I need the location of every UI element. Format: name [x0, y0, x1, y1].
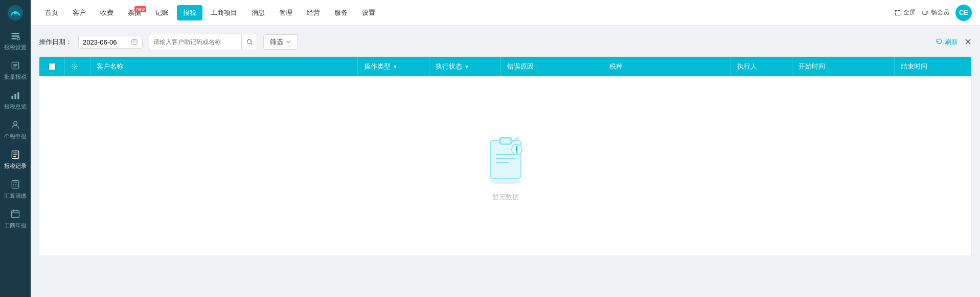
nav-invoice[interactable]: 票据 new [122, 5, 147, 20]
nav-billing[interactable]: 收费 [94, 5, 120, 20]
svg-rect-2 [12, 33, 19, 34]
sidebar-item-label: 报税总览 [4, 103, 27, 111]
svg-rect-8 [14, 94, 16, 99]
sidebar-item-tax-settings[interactable]: 报税设置 [0, 26, 31, 55]
toolbar: 操作日期： 筛选 刷新 ✕ [39, 34, 972, 50]
sidebar-item-label: 批量报税 [4, 73, 27, 81]
table-header: 客户名称 操作类型 ▼ 执行状态 ▼ 错误原因 税种 执行人 开始时间 结束时间 [39, 57, 971, 76]
svg-point-14 [15, 184, 16, 185]
nav-customer[interactable]: 客户 [66, 5, 92, 20]
user-avatar[interactable]: CE [955, 5, 972, 21]
summary-icon [9, 89, 21, 101]
sort-icon: ▼ [393, 64, 398, 70]
topnav-right-area: 全屏 畅会员 CE [894, 5, 972, 21]
th-gear[interactable] [65, 57, 90, 76]
th-end-time: 结束时间 [895, 57, 971, 76]
fullscreen-button[interactable]: 全屏 [894, 8, 916, 17]
th-start-time: 开始时间 [792, 57, 895, 76]
svg-point-18 [17, 186, 18, 187]
svg-rect-19 [12, 210, 19, 217]
svg-point-5 [17, 37, 19, 40]
calc-icon [9, 178, 21, 190]
date-input[interactable] [83, 38, 129, 46]
svg-point-23 [74, 66, 76, 68]
sidebar-item-tax-records[interactable]: 报税记录 [0, 144, 31, 174]
nav-tax[interactable]: 报税 [177, 5, 202, 20]
th-operation-type[interactable]: 操作类型 ▼ [358, 57, 429, 76]
sidebar-item-label: 报税设置 [4, 44, 27, 51]
fullscreen-label: 全屏 [903, 8, 916, 17]
search-wrap [149, 34, 257, 50]
settings-icon [9, 30, 21, 42]
search-input[interactable] [149, 36, 241, 48]
nav-accounts[interactable]: 记账 [149, 5, 175, 20]
sidebar-logo [0, 0, 31, 26]
svg-point-33 [516, 152, 517, 153]
th-checkbox[interactable] [39, 57, 65, 76]
member-label: 畅会员 [931, 8, 949, 17]
close-button[interactable]: ✕ [964, 37, 972, 47]
sidebar-item-tax-summary[interactable]: 报税总览 [0, 85, 31, 115]
svg-rect-9 [17, 92, 19, 99]
nav-home[interactable]: 首页 [39, 5, 64, 20]
select-all-checkbox[interactable] [49, 63, 56, 70]
svg-rect-3 [12, 35, 19, 37]
th-error-reason: 错误原因 [501, 57, 603, 76]
sidebar-item-personal-tax[interactable]: 个税申报 [0, 115, 31, 144]
svg-point-16 [13, 186, 14, 187]
svg-rect-21 [132, 39, 138, 44]
nav-operation[interactable]: 经营 [301, 5, 326, 20]
person-icon [9, 119, 21, 131]
nav-settings[interactable]: 设置 [356, 5, 381, 20]
sidebar-item-label: 工商年报 [4, 222, 27, 229]
search-icon [246, 38, 253, 46]
svg-point-10 [14, 121, 17, 125]
search-button[interactable] [241, 34, 257, 50]
sidebar-item-label: 个税申报 [4, 133, 27, 140]
sidebar-item-label: 报税记录 [4, 162, 27, 170]
batch-icon [9, 59, 21, 72]
th-exec-status[interactable]: 执行状态 ▼ [429, 57, 501, 76]
svg-point-13 [13, 184, 14, 185]
refresh-label: 刷新 [945, 37, 958, 47]
nav-services[interactable]: 服务 [328, 5, 354, 20]
filter-button[interactable]: 筛选 [263, 34, 298, 50]
main-area: 首页 客户 收费 票据 new 记账 报税 工商项目 消息 管理 经营 服务 设… [31, 0, 980, 297]
nav-management[interactable]: 管理 [273, 5, 299, 20]
th-customer-name: 客户名称 [90, 57, 358, 76]
annual-icon [9, 208, 21, 220]
calendar-icon [131, 38, 138, 46]
sidebar-item-calculate-tax[interactable]: 汇算清缴 [0, 174, 31, 204]
video-icon [922, 9, 929, 16]
refresh-icon [936, 38, 943, 46]
empty-text: 暂无数据 [492, 193, 519, 202]
data-table: 客户名称 操作类型 ▼ 执行状态 ▼ 错误原因 税种 执行人 开始时间 结束时间 [39, 56, 972, 256]
svg-point-17 [15, 186, 16, 187]
fullscreen-icon [894, 9, 901, 16]
nav-items: 首页 客户 收费 票据 new 记账 报税 工商项目 消息 管理 经营 服务 设… [39, 5, 894, 20]
gear-icon [71, 63, 78, 70]
sidebar-item-annual-report[interactable]: 工商年报 [0, 204, 31, 234]
chevron-down-icon [285, 39, 291, 45]
svg-rect-20 [923, 11, 927, 14]
member-button[interactable]: 畅会员 [922, 8, 949, 17]
refresh-button[interactable]: 刷新 [936, 37, 958, 47]
nav-messages[interactable]: 消息 [245, 5, 271, 20]
th-executor: 执行人 [731, 57, 792, 76]
empty-state: 暂无数据 [460, 110, 552, 222]
svg-rect-7 [12, 96, 13, 99]
page-content: 操作日期： 筛选 刷新 ✕ [31, 26, 980, 297]
nav-business[interactable]: 工商项目 [204, 5, 243, 20]
th-tax-type: 税种 [603, 57, 731, 76]
date-picker[interactable] [78, 36, 143, 49]
sidebar-item-label: 汇算清缴 [4, 192, 27, 200]
svg-point-15 [17, 184, 18, 185]
top-navigation: 首页 客户 收费 票据 new 记账 报税 工商项目 消息 管理 经营 服务 设… [31, 0, 980, 26]
record-icon [9, 148, 21, 161]
table-body: 暂无数据 [39, 76, 971, 256]
new-badge: new [134, 6, 146, 13]
svg-point-24 [490, 178, 521, 184]
svg-point-1 [14, 11, 17, 14]
sidebar-item-batch-tax[interactable]: 批量报税 [0, 55, 31, 85]
sidebar: 报税设置 批量报税 报税总览 个税申报 报税记录 汇算清缴 工商 [0, 0, 31, 297]
